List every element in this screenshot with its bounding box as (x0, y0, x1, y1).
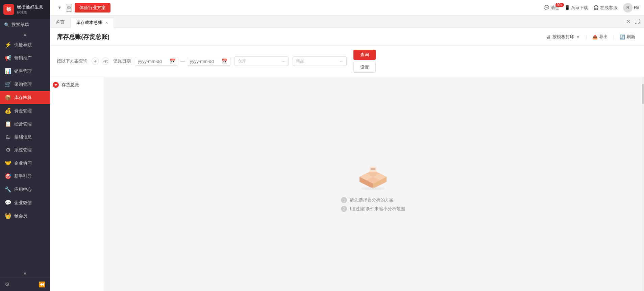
date-start-wrap: 📅 (135, 57, 178, 66)
sidebar-item-member[interactable]: 👑 畅会员 (0, 209, 50, 222)
service-icon: 🎧 (593, 5, 599, 10)
header-dropdown-icon[interactable]: ▼ (57, 5, 62, 10)
product-select[interactable]: 商品 ··· (293, 56, 347, 66)
date-end-input[interactable] (190, 59, 220, 64)
header-message[interactable]: 💬 消息 99+ (544, 5, 559, 11)
query-btn[interactable]: 查询 (353, 50, 376, 60)
date-start-input[interactable] (138, 59, 168, 64)
page-title: 库存总账(存货总账) (57, 33, 109, 45)
svg-point-8 (361, 187, 385, 190)
tab-inventory-cost[interactable]: 库存成本总账 ✕ (70, 17, 114, 28)
sidebar-item-purchase[interactable]: 🛒 采购管理 (0, 78, 50, 91)
page-header: 库存总账(存货总账) 🖨 按模板打印 ▼ | 📤 导出 | 🔄 刷新 (50, 28, 644, 46)
enterprise-icon: 🤝 (5, 160, 11, 166)
sidebar-item-label: 新手引导 (14, 173, 32, 179)
footer-settings-icon[interactable]: ⚙ (5, 281, 9, 288)
industry-btn[interactable]: 体验行业方案 (75, 3, 110, 13)
sidebar-item-newbie[interactable]: 🎯 新手引导 (0, 170, 50, 183)
page-header-actions: 🖨 按模板打印 ▼ | 📤 导出 | 🔄 刷新 (545, 32, 637, 45)
header-settings-button[interactable]: ⚙ (66, 4, 72, 11)
calendar-end-icon[interactable]: 📅 (222, 58, 227, 64)
tab-close-icon[interactable]: ✕ (105, 21, 108, 25)
sidebar-item-wechat[interactable]: 💬 企业微信 (0, 196, 50, 209)
sidebar-scroll-up[interactable]: ▲ (0, 30, 50, 38)
tab-bar: 首页 库存成本总账 ✕ ✕ ⛶ (50, 16, 644, 28)
warehouse-select[interactable]: 仓库 ··· (234, 56, 289, 66)
print-dropdown-icon[interactable]: ▼ (576, 34, 580, 40)
sales-icon: 📊 (5, 68, 11, 74)
sidebar: 畅 畅捷通好生意 标准版 🔍 搜索菜单 ▲ ⚡ 快捷导航 📢 营销推广 📊 销售… (0, 0, 50, 291)
sidebar-item-enterprise[interactable]: 🤝 企业协同 (0, 156, 50, 170)
avatar: R (623, 3, 633, 13)
filter-collapse-btn[interactable]: ≪ (102, 57, 109, 65)
sidebar-item-inventory[interactable]: 📦 库存核算 (0, 91, 50, 104)
tab-bar-close-btn[interactable]: ✕ (625, 18, 632, 25)
logo-sub: 标准版 (17, 10, 43, 15)
app-center-icon: 🔧 (5, 186, 11, 193)
sidebar-item-app-center[interactable]: 🔧 应用中心 (0, 183, 50, 196)
user-name: Rit (634, 5, 639, 10)
print-icon: 🖨 (547, 34, 551, 40)
header-user[interactable]: R Rit (623, 3, 639, 13)
warehouse-more-icon[interactable]: ··· (281, 58, 286, 64)
sidebar-item-label: 资金管理 (14, 108, 32, 114)
sidebar-item-finance[interactable]: 💰 资金管理 (0, 104, 50, 117)
inventory-icon: 📦 (5, 94, 11, 101)
scheme-item-label: 存货总账 (61, 82, 79, 88)
empty-state: 1 请先选择要分析的方案 2 用[过滤]条件来缩小分析范围 (341, 156, 405, 212)
sidebar-item-label: 企业微信 (14, 200, 32, 206)
sidebar-item-label: 采购管理 (14, 81, 32, 88)
app-icon: 📱 (565, 5, 570, 10)
basic-icon: 🗂 (5, 134, 11, 140)
main-content: ​ ▼ ⚙ 体验行业方案 💬 消息 99+ 📱 App下载 🎧 在线客服 R R… (50, 0, 644, 291)
message-icon: 💬 (544, 5, 549, 10)
scheme-icon: ❤ (53, 82, 59, 88)
scrollbar-handle[interactable] (642, 84, 644, 104)
sidebar-item-sales[interactable]: 📊 销售管理 (0, 65, 50, 78)
filter-add-btn[interactable]: + (92, 57, 99, 65)
header-service[interactable]: 🎧 在线客服 (593, 5, 618, 11)
settings-btn[interactable]: 设置 (353, 62, 376, 73)
divider1: | (586, 34, 587, 40)
tip-num-2: 2 (341, 206, 347, 212)
export-icon: 📤 (592, 34, 598, 40)
sidebar-item-system[interactable]: ⚙ 系统管理 (0, 143, 50, 156)
sidebar-item-marketing[interactable]: 📢 营销推广 (0, 51, 50, 65)
refresh-icon: 🔄 (620, 34, 625, 40)
export-btn[interactable]: 📤 导出 (590, 32, 610, 41)
logo-text: 畅捷通好生意 标准版 (17, 4, 43, 15)
empty-illustration (353, 156, 393, 190)
filter-row: 按以下方案查询 + ≪ 记账日期 📅 — 📅 仓库 ··· (57, 50, 637, 73)
sidebar-item-basic[interactable]: 🗂 基础信息 (0, 130, 50, 143)
tab-home-label: 首页 (56, 19, 65, 25)
date-range: 📅 — 📅 (135, 57, 230, 66)
search-icon: 🔍 (4, 22, 9, 27)
tip-text-2: 用[过滤]条件来缩小分析范围 (350, 206, 405, 212)
sidebar-item-quick-nav[interactable]: ⚡ 快捷导航 (0, 38, 50, 51)
header-app-download[interactable]: 📱 App下载 (565, 5, 588, 11)
divider2: | (613, 34, 614, 40)
right-scrollbar[interactable] (642, 77, 644, 291)
footer-collapse-icon[interactable]: ⏪ (39, 281, 45, 288)
svg-rect-5 (370, 167, 376, 172)
date-separator: — (180, 59, 185, 64)
product-more-icon[interactable]: ··· (340, 58, 344, 64)
logo-icon: 畅 (3, 4, 14, 15)
sidebar-scroll-down[interactable]: ▼ (0, 270, 50, 277)
tab-bar-expand-btn[interactable]: ⛶ (633, 18, 641, 25)
operation-icon: 📋 (5, 121, 11, 127)
sidebar-item-operation[interactable]: 📋 经营管理 (0, 117, 50, 130)
system-icon: ⚙ (5, 147, 11, 153)
scheme-panel: ❤ 存货总账 (50, 77, 104, 291)
quick-nav-icon: ⚡ (5, 42, 11, 48)
sidebar-item-label: 企业协同 (14, 160, 32, 166)
tab-home[interactable]: 首页 (50, 17, 70, 27)
scheme-item-inventory[interactable]: ❤ 存货总账 (50, 80, 104, 90)
print-template-btn[interactable]: 🖨 按模板打印 ▼ (545, 32, 582, 41)
search-menu[interactable]: 🔍 搜索菜单 (0, 19, 50, 30)
refresh-btn[interactable]: 🔄 刷新 (618, 32, 637, 41)
sidebar-item-label: 经营管理 (14, 121, 32, 127)
calendar-start-icon[interactable]: 📅 (170, 58, 175, 64)
content-body: ❤ 存货总账 (50, 77, 644, 291)
header-nav-area: ​ ▼ ⚙ 体验行业方案 (55, 3, 540, 13)
